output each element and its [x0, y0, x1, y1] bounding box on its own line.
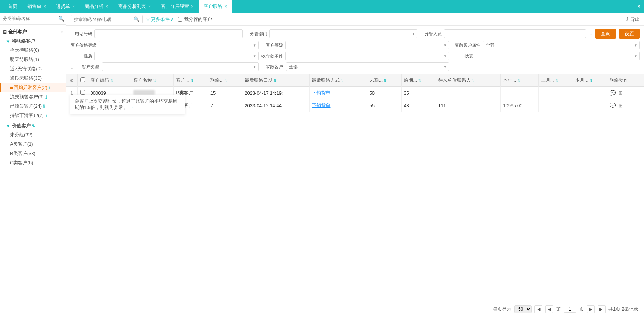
sidebar-all-customers[interactable]: ⊞ 全部客户 « — [0, 27, 66, 37]
row2-chat-icon[interactable]: 💬 — [610, 103, 616, 108]
info-icon-declining[interactable]: ℹ — [45, 113, 47, 118]
info-icon-churn-warning[interactable]: ℹ — [45, 94, 47, 100]
th-this-month[interactable]: 本月... ⇅ — [573, 74, 607, 87]
row1-checkbox[interactable] — [80, 90, 85, 95]
filter-customer-level: 客户等级 ▼ — [261, 41, 449, 49]
row2-this-month — [573, 99, 607, 112]
last-page-button[interactable]: ▶| — [598, 305, 606, 313]
manager-dots[interactable]: ··· — [588, 31, 592, 37]
close-purchase-icon[interactable]: × — [72, 4, 75, 9]
edit-value-icon[interactable]: ✎ — [32, 124, 35, 128]
payment-select[interactable] — [285, 52, 449, 60]
sidebar-item-abnormal-repurchase[interactable]: ■ 回购异常客户(2) ℹ — [0, 83, 66, 92]
th-last-month[interactable]: 上月... ⇅ — [538, 74, 573, 87]
query-button[interactable]: 查询 — [595, 29, 616, 39]
sidebar-item-overdue[interactable]: 逾期未联络(30) — [0, 74, 66, 83]
first-page-button[interactable]: |◀ — [534, 305, 542, 313]
retail-attr-select[interactable]: 全部 — [483, 41, 640, 49]
nav-item-purchase[interactable]: 进货单 × — [51, 0, 80, 13]
nav-item-home[interactable]: 首页 — [3, 0, 22, 13]
sidebar-item-today[interactable]: 今天待联络(0) — [0, 46, 66, 55]
row1-contact: 15 — [208, 87, 242, 99]
th-customer-code[interactable]: 客户编码 ⇅ — [88, 74, 131, 87]
more-caret-icon: ∧ — [171, 16, 174, 22]
sidebar-item-churn-warning[interactable]: 流失预警客户(3) ℹ — [0, 92, 66, 102]
next-page-button[interactable]: ▶ — [587, 305, 595, 313]
th-last-contact-date[interactable]: 最后联络日期 ⇅ — [242, 74, 310, 87]
main-search-icon[interactable]: 🔍 — [134, 16, 139, 22]
prev-page-button[interactable]: ◀ — [545, 305, 553, 313]
page-number-input[interactable] — [564, 306, 576, 313]
th-last-contact-method[interactable]: 最后联络方式 ⇅ — [310, 74, 367, 87]
filter-row-3: 性质 ▼ 收付款条件 ▼ 状态 — [71, 52, 640, 60]
sidebar-item-7days[interactable]: 近7天待联络(0) — [0, 64, 66, 74]
tooltip-close-icon[interactable]: ··· — [130, 105, 134, 110]
dept-label: 分管部门 — [246, 31, 267, 37]
export-button[interactable]: ⤴ 导出 — [626, 16, 640, 23]
row2-more-icon[interactable]: ⊞ — [618, 103, 623, 108]
nav-item-product-analysis[interactable]: 商品分析 × — [80, 0, 113, 13]
gender-select[interactable] — [94, 52, 259, 60]
category-search-icon[interactable]: 🔍 — [58, 16, 64, 22]
main-search-input[interactable] — [74, 17, 134, 22]
my-customers-checkbox[interactable] — [178, 17, 182, 22]
nav-item-sales[interactable]: 销售单 × — [22, 0, 51, 13]
sidebar-item-class-b[interactable]: B类客户(33) — [0, 149, 66, 158]
row1-method-link[interactable]: 下销货单 — [312, 90, 330, 95]
select-all-checkbox[interactable] — [80, 77, 85, 82]
sidebar-item-declining[interactable]: 持续下滑客户(2) ℹ — [0, 111, 66, 120]
th-contact-count[interactable]: 联络... ⇅ — [208, 74, 242, 87]
th-customer-type[interactable]: 客户... ⇅ — [174, 74, 208, 87]
category-search-input[interactable] — [3, 16, 57, 21]
info-icon-churned[interactable]: ℹ — [43, 104, 45, 109]
close-sales-icon[interactable]: × — [43, 4, 46, 9]
my-customers-filter[interactable]: 我分管的客户 — [178, 16, 212, 23]
nav-item-customer-contact[interactable]: 客户联络 × — [199, 0, 232, 13]
sidebar-item-class-c[interactable]: C类客户(6) — [0, 158, 66, 168]
phone-input[interactable] — [94, 29, 243, 38]
manager-input[interactable] — [444, 29, 586, 38]
sidebar-pending-contact[interactable]: ▼ 待联络客户 — [0, 37, 66, 46]
price-level-select[interactable] — [99, 41, 259, 49]
gender-label: 性质 — [71, 53, 92, 59]
th-overdue[interactable]: 逾期... ⇅ — [402, 74, 436, 87]
th-this-year[interactable]: 本年... ⇅ — [501, 74, 539, 87]
sidebar-value-customers[interactable]: ▼ 价值客户 ✎ — [0, 122, 66, 130]
row2-method-link[interactable]: 下销货单 — [312, 103, 330, 108]
sort-this-month-icon: ⇅ — [589, 79, 592, 82]
close-product-analysis-icon[interactable]: × — [106, 4, 108, 9]
sort-method-icon: ⇅ — [341, 79, 344, 82]
th-contacts[interactable]: 往来单位联系人 ⇅ — [436, 74, 501, 87]
status-select[interactable] — [476, 52, 640, 60]
th-no-contact[interactable]: 未联... ⇅ — [367, 74, 402, 87]
nav-item-customer-segment[interactable]: 客户分层经营 × — [156, 0, 199, 13]
row4-dots[interactable]: ... — [71, 64, 75, 70]
info-icon-abnormal[interactable]: ℹ — [49, 85, 51, 90]
customer-level-select[interactable] — [285, 41, 449, 49]
nav-item-product-analysis-list[interactable]: 商品分析列表 × — [113, 0, 156, 13]
dept-select[interactable] — [269, 29, 418, 38]
filter-row4-right: 零散客户 全部 ▼ — [261, 62, 449, 71]
close-all-tabs-button[interactable]: × — [637, 3, 640, 10]
settings-button[interactable]: 设置 — [619, 29, 640, 39]
per-page-select[interactable]: 50 — [514, 305, 532, 313]
th-customer-name[interactable]: 客户名称 ⇅ — [131, 74, 173, 87]
row1-chat-icon[interactable]: 💬 — [610, 90, 616, 96]
sidebar-item-ungrouped[interactable]: 未分组(32) — [0, 130, 66, 140]
row1-more-icon[interactable]: ⊞ — [618, 90, 623, 96]
close-segment-icon[interactable]: × — [191, 4, 194, 9]
filter-row-1: 电话号码 分管部门 ▼ 分管人员 — [71, 29, 640, 39]
close-contact-icon[interactable]: × — [224, 4, 227, 9]
sidebar-item-class-a[interactable]: A类客户(1) — [0, 140, 66, 149]
gear-icon[interactable]: ⚙ — [69, 78, 75, 83]
manager-select-wrap — [444, 29, 586, 38]
sidebar-item-churned[interactable]: 已流失客户(24) ℹ — [0, 102, 66, 111]
close-product-list-icon[interactable]: × — [148, 4, 151, 9]
customer-type-select[interactable] — [102, 62, 259, 71]
sidebar-item-tomorrow[interactable]: 明天待联络(1) — [0, 55, 66, 64]
page-end-label: 页 — [579, 306, 584, 312]
retail-customer-select[interactable]: 全部 — [286, 62, 449, 71]
sort-code-icon: ⇅ — [110, 79, 113, 82]
sort-overdue-icon: ⇅ — [418, 79, 421, 82]
more-conditions-button[interactable]: ▽ 更多条件 ∧ — [146, 16, 174, 23]
